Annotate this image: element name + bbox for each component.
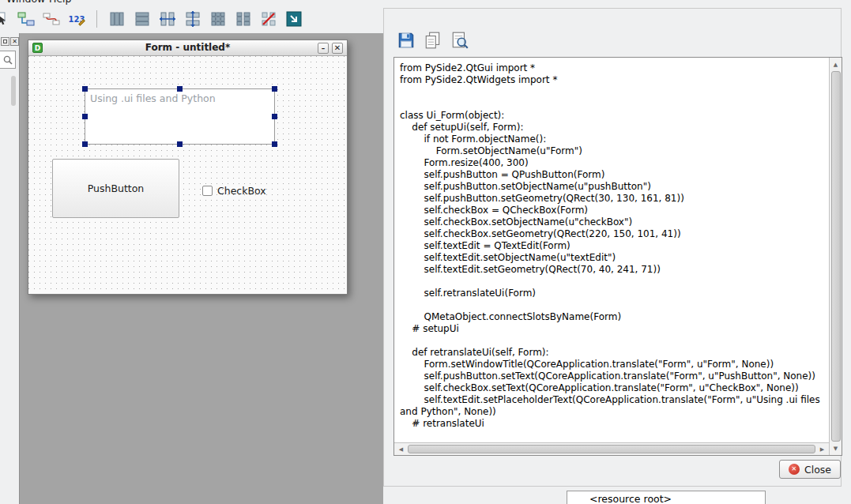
find-icon[interactable] [449,29,470,51]
menubar: Window Help [0,0,851,6]
code-line: QMetaObject.connectSlotsByName(Form) [400,311,828,323]
selection-handle[interactable] [82,141,88,147]
code-view[interactable]: from PySide2.QtGui import *from PySide2.… [393,57,842,456]
code-line: # retranslateUi [400,418,828,430]
code-line: class Ui_Form(object): [400,110,828,122]
code-line: self.pushButton.setObjectName(u"pushButt… [400,181,828,193]
scroll-left-icon[interactable]: ◀ [395,443,407,455]
code-line: self.checkBox.setText(QCoreApplication.t… [400,382,828,394]
widgetbox-scrollbar[interactable] [11,76,16,106]
code-line [400,276,828,288]
code-line: self.pushButton.setGeometry(QRect(30, 13… [400,193,828,205]
code-line: self.pushButton.setText(QCoreApplication… [400,370,828,382]
code-line: self.textEdit.setObjectName(u"textEdit") [400,252,828,264]
layout-vertical-splitter-icon[interactable] [183,9,203,29]
code-line: self.checkBox.setGeometry(QRect(220, 150… [400,228,828,240]
code-line: from PySide2.QtWidgets import * [400,74,828,86]
menu-help[interactable]: Help [49,0,72,5]
code-line: self.pushButton = QPushButton(Form) [400,169,828,181]
checkbox-label: CheckBox [217,185,266,197]
pushbutton-widget[interactable]: PushButton [52,159,179,218]
code-line: self.textEdit.setPlaceholderText(QCoreAp… [400,394,828,406]
textedit-placeholder: Using .ui files and Python [90,92,216,104]
code-line: def setupUi(self, Form): [400,122,828,134]
layout-form-icon[interactable] [233,9,254,29]
break-layout-icon[interactable] [258,9,279,29]
copy-icon[interactable] [422,29,443,51]
designer-form-window[interactable]: D Form - untitled* – ✕ Using .ui files a… [28,39,348,295]
selection-handle[interactable] [177,86,183,92]
code-line: self.checkBox.setObjectName(u"checkBox") [400,216,828,228]
save-icon[interactable] [395,29,416,51]
vertical-scrollbar[interactable]: ▲ ▼ [829,58,842,455]
form-toolbar: 123 [0,8,304,30]
layout-grid-icon[interactable] [208,9,228,29]
close-dialog-button[interactable]: ✕ Close [779,460,841,479]
edit-widgets-icon[interactable] [0,9,11,29]
scroll-down-icon[interactable]: ▼ [830,442,842,454]
code-line: self.retranslateUi(Form) [400,288,828,299]
selection-handle[interactable] [272,86,277,92]
form-canvas[interactable]: Using .ui files and Python PushButton Ch… [28,56,347,294]
code-line [400,98,828,110]
code-line: Form.setWindowTitle(QCoreApplication.tra… [400,359,828,370]
selection-handle[interactable] [272,114,277,119]
code-line: # setupUi [400,323,828,335]
code-line: self.checkBox = QCheckBox(Form) [400,205,828,216]
layout-horizontal-splitter-icon[interactable] [157,9,178,29]
close-window-button[interactable]: ✕ [332,43,343,54]
widgetbox-filter-input[interactable] [0,51,16,69]
code-line [400,86,828,98]
horizontal-scrollbar[interactable]: ◀ ▶ [394,442,829,455]
resource-browser[interactable]: <resource root> [567,491,766,504]
code-line: if not Form.objectName(): [400,134,828,145]
dock-close-button[interactable]: ✕ [10,37,19,46]
dialog-close-icon: ✕ [789,464,800,475]
code-line: self.textEdit.setGeometry(QRect(70, 40, … [400,264,828,276]
checkbox-widget[interactable]: CheckBox [202,175,282,207]
menu-window[interactable]: Window [6,0,45,5]
edit-tab-order-icon[interactable]: 123 [66,9,87,29]
form-window-titlebar[interactable]: D Form - untitled* – ✕ [28,40,347,56]
horizontal-scrollbar-thumb[interactable] [408,445,815,453]
textedit-widget[interactable]: Using .ui files and Python [85,88,275,145]
float-icon [3,39,7,43]
code-line: def retranslateUi(self, Form): [400,347,828,359]
edit-signals-slots-icon[interactable] [16,9,36,29]
code-line [400,299,828,311]
code-line: and Python", None)) [400,406,828,418]
code-text[interactable]: from PySide2.QtGui import *from PySide2.… [395,58,828,442]
selection-handle[interactable] [82,114,88,119]
code-line: Form.setObjectName(u"Form") [400,145,828,157]
toolbar-separator [96,10,97,28]
search-icon [2,55,13,66]
resource-root-label: <resource root> [567,491,765,504]
code-line: self.textEdit = QTextEdit(Form) [400,240,828,252]
layout-vertical-icon[interactable] [132,9,153,29]
mdi-area: D Form - untitled* – ✕ Using .ui files a… [20,33,383,504]
form-window-title: Form - untitled* [28,42,347,53]
selection-handle[interactable] [177,141,183,147]
adjust-size-icon[interactable] [284,9,304,29]
edit-buddies-icon[interactable] [41,9,62,29]
dock-float-button[interactable] [1,37,9,46]
code-line [400,335,828,347]
minimize-button[interactable]: – [318,43,329,54]
code-dialog-toolbar [395,29,470,51]
code-preview-dialog: from PySide2.QtGui import *from PySide2.… [383,8,842,487]
scroll-right-icon[interactable]: ▶ [816,443,828,455]
selection-handle[interactable] [272,141,277,147]
vertical-scrollbar-thumb[interactable] [831,71,841,442]
scroll-up-icon[interactable]: ▲ [830,58,842,70]
checkbox-indicator[interactable] [202,186,213,196]
close-button-label: Close [804,464,831,476]
layout-horizontal-icon[interactable] [107,9,127,29]
code-line: Form.resize(400, 300) [400,157,828,169]
qt-designer-screen: Window Help 123 [0,0,851,504]
code-line: from PySide2.QtGui import * [400,62,828,74]
selection-handle[interactable] [82,86,88,92]
